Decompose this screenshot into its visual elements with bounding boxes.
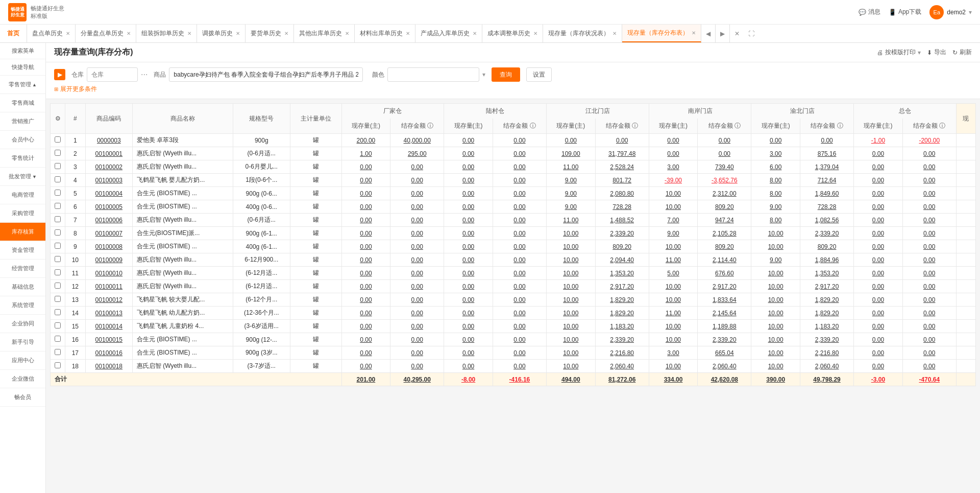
row-lc-qty[interactable]: 0.00 [444,240,493,253]
row-jb-amt[interactable]: 1,353.20 [595,267,649,280]
sidebar-item-finance[interactable]: 资金管理 [0,241,45,260]
row-jb-qty[interactable]: 10.00 [547,346,596,360]
row-na-qty[interactable]: 10.00 [649,360,698,373]
sidebar-item-guide[interactable]: 新手引导 [0,333,45,351]
row-cj-amt[interactable]: 0.00 [390,267,444,280]
row-yb-qty[interactable]: 0.00 [751,134,800,147]
row-zc-amt[interactable]: 0.00 [902,267,956,280]
row-cj-qty[interactable]: 0.00 [341,346,390,360]
footer-cj-qty[interactable]: 201.00 [341,373,390,386]
row-cj-amt[interactable]: 0.00 [390,200,444,214]
row-code[interactable]: 00100015 [85,333,132,346]
row-cj-qty[interactable]: 0.00 [341,293,390,307]
row-yb-qty[interactable]: 9.00 [751,200,800,214]
row-yb-amt[interactable]: 2,216.80 [800,346,853,360]
row-na-qty[interactable]: -39.00 [649,174,698,187]
row-zc-amt[interactable]: 0.00 [902,253,956,267]
row-jb-qty[interactable]: 9.00 [547,174,596,187]
row-lc-qty[interactable]: 0.00 [444,134,493,147]
row-checkbox[interactable] [51,134,65,147]
row-na-amt[interactable]: 0.00 [698,134,751,147]
tab-home[interactable]: 首页 [0,25,27,42]
row-code[interactable]: 00100018 [85,360,132,373]
th-settings[interactable]: ⚙ [51,104,65,134]
row-code[interactable]: 00100003 [85,174,132,187]
row-lc-amt[interactable]: 0.00 [493,214,546,227]
print-btn[interactable]: 🖨 按模版打印 ▾ [877,48,921,57]
row-na-amt[interactable]: 2,114.40 [698,253,751,267]
row-zc-qty[interactable]: 0.00 [854,320,903,333]
row-yb-amt[interactable]: 875.16 [800,147,853,160]
row-jb-qty[interactable]: 10.00 [547,320,596,333]
footer-yb-qty[interactable]: 390.00 [751,373,800,386]
row-jb-qty[interactable]: 11.00 [547,214,596,227]
sidebar-item-operations[interactable]: 经营管理 [0,260,45,278]
tab-close-btn[interactable]: ✕ [236,31,240,36]
row-na-amt[interactable]: 739.40 [698,160,751,174]
row-na-amt[interactable]: 947.24 [698,214,751,227]
row-checkbox[interactable] [51,187,65,200]
row-checkbox[interactable] [51,253,65,267]
tab-close-btn[interactable]: ✕ [692,30,696,36]
row-code[interactable]: 00100016 [85,346,132,360]
tab-close-btn[interactable]: ✕ [127,31,131,36]
row-jb-qty[interactable]: 10.00 [547,333,596,346]
row-zc-amt[interactable]: 0.00 [902,346,956,360]
row-na-amt[interactable]: 809.20 [698,240,751,253]
footer-yb-amt[interactable]: 49,798.29 [800,373,853,386]
row-zc-qty[interactable]: 0.00 [854,267,903,280]
tab-close-btn[interactable]: ✕ [406,31,410,36]
row-yb-qty[interactable]: 10.00 [751,240,800,253]
row-zc-amt[interactable]: 0.00 [902,200,956,214]
tab-requisition-history[interactable]: 要货单历史 ✕ [246,25,294,42]
expand-more-btn[interactable]: ⊞ 展开更多条件 [54,85,972,93]
row-jb-amt[interactable]: 0.00 [595,134,649,147]
row-code[interactable]: 00100013 [85,307,132,320]
sidebar-item-search[interactable]: 搜索英单 [0,43,45,59]
row-yb-qty[interactable]: 8.00 [751,174,800,187]
row-na-qty[interactable]: 10.00 [649,293,698,307]
row-lc-amt[interactable]: 0.00 [493,160,546,174]
row-yb-amt[interactable]: 0.00 [800,134,853,147]
row-lc-amt[interactable]: 0.00 [493,320,546,333]
row-cj-amt[interactable]: 0.00 [390,240,444,253]
row-zc-qty[interactable]: -1.00 [854,134,903,147]
row-na-qty[interactable]: 10.00 [649,240,698,253]
row-lc-qty[interactable]: 0.00 [444,187,493,200]
row-lc-amt[interactable]: 0.00 [493,307,546,320]
row-lc-amt[interactable]: 0.00 [493,360,546,373]
row-jb-qty[interactable]: 0.00 [547,134,596,147]
row-na-qty[interactable]: 9.00 [649,227,698,240]
row-cj-amt[interactable]: 0.00 [390,293,444,307]
row-yb-qty[interactable]: 6.00 [751,160,800,174]
row-jb-qty[interactable]: 10.00 [547,267,596,280]
footer-lc-amt[interactable]: -416.16 [493,373,546,386]
row-zc-amt[interactable]: 0.00 [902,187,956,200]
row-checkbox[interactable] [51,160,65,174]
row-jb-amt[interactable]: 728.28 [595,200,649,214]
sidebar-item-marketing[interactable]: 营销推广 [0,112,45,131]
row-zc-amt[interactable]: 0.00 [902,227,956,240]
row-jb-qty[interactable]: 10.00 [547,360,596,373]
row-na-amt[interactable]: -3,652.76 [698,174,751,187]
row-na-amt[interactable]: 676.60 [698,267,751,280]
row-code[interactable]: 00100014 [85,320,132,333]
sidebar-item-app-center[interactable]: 应用中心 [0,351,45,370]
row-cj-amt[interactable]: 0.00 [390,346,444,360]
row-checkbox[interactable] [51,147,65,160]
tab-material-outbound[interactable]: 材料出库单历史 ✕ [355,25,415,42]
footer-jb-qty[interactable]: 494.00 [547,373,596,386]
row-checkbox[interactable] [51,174,65,187]
tab-inventory-history[interactable]: 盘点单历史 ✕ [27,25,76,42]
tab-close-all-btn[interactable]: ✕ [730,25,744,42]
tab-close-btn[interactable]: ✕ [473,31,477,36]
row-cj-qty[interactable]: 0.00 [341,360,390,373]
row-lc-amt[interactable]: 0.00 [493,253,546,267]
row-jb-amt[interactable]: 1,488.52 [595,214,649,227]
row-lc-qty[interactable]: 0.00 [444,267,493,280]
row-jb-amt[interactable]: 2,080.80 [595,187,649,200]
row-cj-qty[interactable]: 0.00 [341,240,390,253]
row-cj-qty[interactable]: 200.00 [341,134,390,147]
tab-other-outbound[interactable]: 其他出库单历史 ✕ [294,25,355,42]
row-jb-amt[interactable]: 1,829.20 [595,293,649,307]
